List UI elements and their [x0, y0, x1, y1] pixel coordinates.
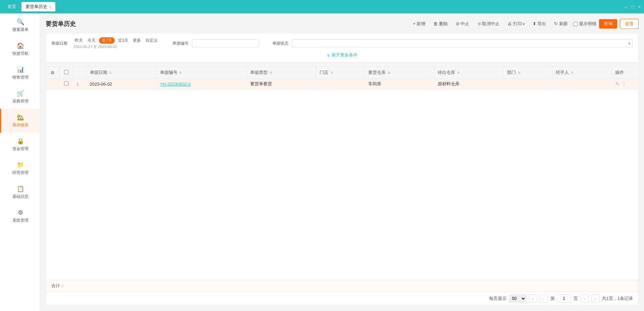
per-page-label: 每页显示	[489, 296, 506, 302]
cancel-stop-button-label: ⊙ 取消中止	[478, 21, 500, 27]
sidebar-item-purchase[interactable]: 🛒 采购管理	[0, 85, 40, 109]
delete-button[interactable]: 🗑 删除	[431, 19, 450, 28]
th-pending-warehouse[interactable]: 待出仓库 ⇅	[434, 67, 504, 79]
td-settings	[46, 79, 59, 90]
cancel-stop-button[interactable]: ⊙ 取消中止	[475, 19, 502, 28]
th-store[interactable]: 门店 ⇅	[316, 67, 365, 79]
page-label: 第	[550, 296, 555, 302]
stop-button-label: ⊘ 中止	[456, 21, 470, 27]
row-checkbox[interactable]	[64, 81, 68, 86]
th-checkbox[interactable]	[59, 67, 73, 79]
date-btn-today[interactable]: 今天	[86, 37, 97, 44]
doc-number-input[interactable]	[192, 39, 259, 47]
table-container: ⚙ 单据日期 ⇅ 单据编号 ⇅ 单据类型 ⇅ 门店 ⇅ 要货仓库 ⇅ 待出仓库 …	[46, 66, 639, 306]
date-filter-label: 单据日期	[51, 41, 68, 46]
sidebar-item-quick-label: 快捷导航	[12, 51, 29, 56]
expand-more-button[interactable]: ∨ 展开更多条件	[51, 52, 633, 58]
date-btn-yesterday[interactable]: 昨天	[73, 37, 84, 44]
minimize-icon[interactable]: ─	[624, 4, 627, 9]
refresh-button-label: ↻ 刷新	[554, 21, 568, 27]
display-detail-checkbox[interactable]	[573, 22, 578, 26]
sidebar-item-quick[interactable]: 🏠 快捷导航	[0, 37, 40, 61]
doc-status-dropdown-icon[interactable]: ▾	[626, 41, 633, 46]
sidebar-item-operations-label: 经营管理	[12, 170, 29, 176]
sidebar-item-system[interactable]: ⚙ 系统管理	[0, 204, 40, 228]
tab-home[interactable]: 首页	[3, 2, 20, 11]
date-btn-last7[interactable]: 近7天	[99, 37, 115, 44]
main-layout: 🔍 搜索菜单 🏠 快捷导航 📊 销售管理 🛒 采购管理 🏡 库存核算 🔒 资金管…	[0, 13, 644, 311]
tab-history-label: 要货单历史	[25, 4, 47, 10]
close-window-icon[interactable]: ×	[638, 4, 641, 9]
filter-row-1: 单据日期 昨天 今天 近7天 近1月 更多 自定义 2023-05-27 至 2…	[51, 37, 633, 49]
more-icon[interactable]: ⋮	[622, 81, 627, 87]
tab-home-label: 首页	[7, 4, 16, 10]
page-header: 要货单历史 + 新增 🗑 删除 ⊘ 中止 ⊙ 取消中止 🖨 打印	[46, 19, 639, 29]
first-page-button[interactable]: «	[529, 295, 537, 303]
sidebar-item-operations[interactable]: 📁 经营管理	[0, 157, 40, 180]
sidebar-item-sales-label: 销售管理	[12, 75, 29, 80]
th-settings[interactable]: ⚙	[46, 67, 59, 79]
doc-status-input[interactable]	[292, 40, 626, 47]
th-date[interactable]: 单据日期 ⇅	[86, 67, 156, 79]
sidebar-item-inventory[interactable]: 🏡 库存核算	[0, 109, 40, 133]
next-page-button[interactable]: ›	[581, 295, 589, 303]
date-filter-group: 昨天 今天 近7天 近1月 更多 自定义 2023-05-27 至 2023-0…	[73, 37, 159, 49]
th-handler[interactable]: 经手人 ⇅	[552, 67, 611, 79]
inventory-icon: 🏡	[17, 114, 24, 121]
doc-no-link[interactable]: YH-20230602-0	[160, 82, 191, 87]
td-checkbox[interactable]	[59, 79, 73, 90]
date-btn-last-month[interactable]: 近1月	[117, 37, 130, 44]
td-department	[504, 79, 552, 90]
td-pending-warehouse: 原材料仓库	[434, 79, 504, 90]
doc-status-filter: 单据状态 ▾	[272, 39, 633, 47]
th-operation: 操作	[611, 67, 638, 79]
tab-history[interactable]: 要货单历史 ×	[21, 2, 55, 11]
page-number-input[interactable]	[557, 295, 571, 303]
select-all-checkbox[interactable]	[64, 70, 68, 74]
fullscreen-icon[interactable]: □	[632, 4, 634, 9]
td-req-warehouse: 车间库	[365, 79, 434, 90]
search-button[interactable]: 查询	[599, 19, 617, 29]
page-title: 要货单历史	[46, 20, 76, 28]
tab-history-close[interactable]: ×	[49, 5, 51, 9]
pagination: 每页显示 20 50 100 200 « ‹ 第 页 › » 共1页，1条记录	[46, 292, 638, 305]
td-store	[316, 79, 365, 90]
last-page-button[interactable]: »	[591, 295, 599, 303]
date-range-text: 2023-05-27 至 2023-06-02	[73, 44, 159, 49]
expand-label: 展开更多条件	[331, 52, 358, 58]
table-body: 1 2023-06-02 YH-20230602-0 要货单要货 车间库 原材料…	[46, 79, 638, 90]
th-num	[73, 67, 86, 79]
th-doc-type[interactable]: 单据类型 ⇅	[247, 67, 316, 79]
th-department[interactable]: 部门 ⇅	[504, 67, 552, 79]
total-records-label: 共1页，1条记录	[602, 296, 633, 302]
sidebar-item-sales[interactable]: 📊 销售管理	[0, 61, 40, 85]
sidebar-item-search[interactable]: 🔍 搜索菜单	[0, 13, 40, 37]
per-page-select[interactable]: 20 50 100 200	[509, 295, 526, 303]
th-req-warehouse[interactable]: 要货仓库 ⇅	[365, 67, 434, 79]
td-date: 2023-06-02	[86, 79, 156, 90]
edit-icon[interactable]: ✎	[615, 81, 620, 87]
export-button[interactable]: ⬆ 导出	[530, 19, 549, 28]
sidebar: 🔍 搜索菜单 🏠 快捷导航 📊 销售管理 🛒 采购管理 🏡 库存核算 🔒 资金管…	[0, 13, 40, 311]
display-detail-toggle[interactable]: 显示明细	[573, 21, 596, 27]
stop-button[interactable]: ⊘ 中止	[453, 19, 472, 28]
print-button[interactable]: 🖨 打印	[505, 19, 527, 28]
table-empty-space	[46, 90, 638, 280]
filter-panel: 单据日期 昨天 今天 近7天 近1月 更多 自定义 2023-05-27 至 2…	[46, 33, 639, 62]
sidebar-item-finance[interactable]: 🔒 资金管理	[0, 133, 40, 157]
top-bar: 首页 要货单历史 × ─ □ ×	[0, 0, 644, 13]
print-button-label: 🖨 打印	[507, 21, 522, 27]
date-btn-more[interactable]: 更多	[131, 37, 142, 44]
date-btn-custom[interactable]: 自定义	[144, 37, 159, 44]
table-header-row: ⚙ 单据日期 ⇅ 单据编号 ⇅ 单据类型 ⇅ 门店 ⇅ 要货仓库 ⇅ 待出仓库 …	[46, 67, 638, 79]
sidebar-item-search-label: 搜索菜单	[12, 27, 29, 33]
sidebar-item-basic[interactable]: 📋 基础信息	[0, 180, 40, 204]
new-button[interactable]: + 新增	[410, 19, 428, 28]
doc-status-label: 单据状态	[272, 41, 289, 46]
table-row[interactable]: 1 2023-06-02 YH-20230602-0 要货单要货 车间库 原材料…	[46, 79, 638, 90]
home-icon: 🏠	[17, 42, 24, 49]
prev-page-button[interactable]: ‹	[540, 295, 548, 303]
refresh-button[interactable]: ↻ 刷新	[551, 19, 571, 28]
th-doc-no[interactable]: 单据编号 ⇅	[156, 67, 247, 79]
settings-button[interactable]: 设置	[620, 19, 639, 29]
